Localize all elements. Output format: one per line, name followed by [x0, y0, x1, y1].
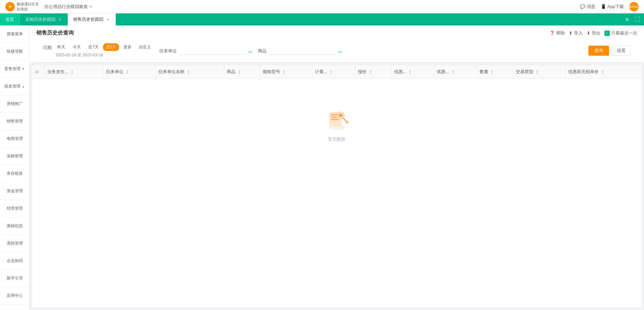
sidebar-item-sys-mgmt[interactable]: 系统管理 [0, 235, 29, 252]
th-trade-type[interactable]: 交易类型 ▲▼ [513, 65, 566, 79]
th-pretax-price[interactable]: 优惠前无税单价 ▲▼ [565, 65, 641, 79]
expand-button[interactable]: ⛶ [633, 15, 641, 24]
th-unit[interactable]: 计量... ▲▼ [312, 65, 355, 79]
counterpart-input[interactable] [179, 47, 247, 55]
help-button[interactable]: ❓ 帮助 [549, 30, 565, 36]
page-actions: ❓ 帮助 ⬆ 导入 ⬇ 导出 ✓ 只看最后一次 [549, 30, 637, 36]
date-btn-7days[interactable]: 近7天 [85, 43, 102, 51]
sidebar-item-ecommerce[interactable]: 电商管理 [0, 130, 29, 148]
content-area: 销售历史价查询 ❓ 帮助 ⬆ 导入 ⬇ 导出 ✓ [30, 25, 644, 310]
sort-icon: ▲▼ [330, 69, 333, 75]
date-filter-group: 日期 昨天 今天 近7天 近1月 更多 自定义 2023-02-18 至 202… [43, 43, 154, 58]
gear-icon[interactable]: ⚙ [35, 69, 39, 74]
tab-bar: 首页 采购历史价跟踪 ✕ 销售历史价跟踪 ✕ ✕ ⛶ [0, 13, 644, 25]
sidebar-item-purchase[interactable]: 采购管理 [0, 148, 29, 165]
sidebar-marketing-label: 营销推广 [7, 101, 23, 107]
th-quote[interactable]: 报价 ▲▼ [355, 65, 391, 79]
counterpart-dots[interactable]: ... [248, 48, 252, 54]
th-goods[interactable]: 商品 ▲▼ [224, 65, 260, 79]
empty-state: 暂无数据 [32, 79, 641, 169]
tab-purchase-history-close[interactable]: ✕ [58, 17, 62, 22]
sidebar-item-basic-info[interactable]: 基础信息 [0, 217, 29, 235]
tab-home-label: 首页 [5, 16, 14, 22]
sidebar-item-search-menu[interactable]: 搜索菜单 [0, 25, 29, 43]
sidebar-enterprise-collab-label: 企业协同 [7, 258, 23, 264]
th-biz-date[interactable]: 业务发生... ▲▼ [44, 65, 103, 79]
sidebar-app-center-label: 应用中心 [7, 293, 23, 299]
th-spec[interactable]: 规格型号 ▲▼ [260, 65, 312, 79]
counterpart-input-wrap: ... [179, 47, 252, 55]
user-menu[interactable]: demo2 [629, 2, 639, 11]
sidebar-search-menu-label: 搜索菜单 [7, 31, 23, 37]
settings-button[interactable]: 设置 [612, 46, 631, 56]
help-icon: ❓ [549, 31, 555, 36]
empty-icon [323, 105, 350, 132]
tab-sales-history[interactable]: 销售历史价跟踪 ✕ [68, 13, 116, 25]
sidebar-item-quick-nav[interactable]: 快捷导航 [0, 43, 29, 60]
sidebar-item-app-center[interactable]: 应用中心 [0, 287, 29, 305]
date-btn-yesterday[interactable]: 昨天 [54, 43, 68, 51]
chevron-down-icon: ▼ [22, 67, 25, 71]
export-icon: ⬇ [587, 31, 590, 36]
tab-home[interactable]: 首页 [0, 13, 20, 25]
tab-sales-history-close[interactable]: ✕ [106, 17, 110, 22]
export-button[interactable]: ⬇ 导出 [587, 30, 600, 36]
svg-rect-4 [331, 119, 339, 120]
app-download-button[interactable]: 📱 App下载 [601, 4, 624, 10]
sidebar-item-finance[interactable]: 资金管理 [0, 183, 29, 200]
sidebar-item-retail-mgmt[interactable]: 零售管理 ▼ [0, 60, 29, 78]
date-btn-today[interactable]: 今天 [70, 43, 84, 51]
sidebar-item-new-guide[interactable]: 新手引导 [0, 270, 29, 287]
sidebar-quick-nav-label: 快捷导航 [7, 49, 23, 54]
sidebar-item-operations[interactable]: 经营管理 [0, 200, 29, 217]
import-button[interactable]: ⬆ 导入 [569, 30, 583, 36]
sidebar-sys-mgmt-label: 系统管理 [7, 241, 23, 246]
sidebar-item-wholesale-mgmt[interactable]: 批发管理 ▲ [0, 78, 29, 95]
sort-icon: ▲▼ [409, 69, 412, 75]
avatar: demo2 [629, 2, 639, 11]
goods-input-wrap: ... [269, 47, 342, 55]
sidebar: 搜索菜单 快捷导航 零售管理 ▼ 批发管理 ▲ 营销推广 销售管理 电商管理 采… [0, 25, 30, 310]
sort-icon: ▲▼ [238, 69, 240, 75]
page-title: 销售历史价查询 [36, 30, 74, 37]
sidebar-sales-mgmt-label: 销售管理 [7, 118, 23, 124]
message-button[interactable]: 💬 消息 [580, 4, 595, 10]
sidebar-operations-label: 经营管理 [7, 206, 23, 211]
date-btn-custom[interactable]: 自定义 [136, 43, 154, 51]
query-button[interactable]: 查询 [588, 46, 609, 56]
main-layout: 搜索菜单 快捷导航 零售管理 ▼ 批发管理 ▲ 营销推广 销售管理 电商管理 采… [0, 25, 644, 310]
th-counterpart-name[interactable]: 往来单位名称 ▲▼ [155, 65, 224, 79]
sidebar-item-enterprise-collab[interactable]: 企业协同 [0, 252, 29, 270]
sidebar-item-sales-mgmt[interactable]: 销售管理 [0, 113, 29, 130]
sidebar-item-inventory[interactable]: 库存核算 [0, 165, 29, 183]
date-btn-more[interactable]: 更多 [120, 43, 135, 51]
sort-icon: ▲▼ [126, 69, 129, 75]
workspace-selector[interactable]: 办公用品行业模拟账套 ▼ [42, 2, 95, 11]
table-body: 暂无数据 [32, 79, 641, 169]
empty-text: 暂无数据 [328, 136, 345, 142]
sidebar-ecommerce-label: 电商管理 [7, 136, 23, 142]
export-label: 导出 [592, 30, 600, 36]
sidebar-item-enterprise-wechat[interactable]: 企业微信 [0, 305, 29, 310]
th-counterpart-code[interactable]: 往来单位 ▲▼ [103, 65, 156, 79]
top-header: ✦ 畅捷通好生意 标准版 办公用品行业模拟账套 ▼ 💬 消息 📱 App下载 d… [0, 0, 644, 13]
only-last-checkbox[interactable]: ✓ 只看最后一次 [604, 30, 637, 36]
chevron-down-icon: ▼ [89, 5, 93, 8]
close-all-tabs-button[interactable]: ✕ [624, 15, 631, 24]
table-header-row: ⚙ 业务发生... ▲▼ 往来单位 ▲▼ 往来单位名称 ▲▼ [32, 65, 641, 79]
page-title-row: 销售历史价查询 ❓ 帮助 ⬆ 导入 ⬇ 导出 ✓ [36, 30, 637, 37]
th-gear: ⚙ [32, 65, 44, 79]
sort-icon: ▲▼ [71, 69, 73, 75]
sort-icon: ▲▼ [187, 69, 190, 75]
logo-area: ✦ 畅捷通好生意 标准版 [5, 2, 39, 11]
tab-purchase-history[interactable]: 采购历史价跟踪 ✕ [20, 13, 68, 25]
date-btn-1month[interactable]: 近1月 [103, 43, 119, 51]
goods-input[interactable] [269, 47, 336, 55]
th-discount2[interactable]: 优惠... ▲▼ [434, 65, 477, 79]
th-qty[interactable]: 数量 ▲▼ [477, 65, 513, 79]
app-icon: 📱 [601, 4, 606, 9]
goods-filter-group: 商品 ... [258, 47, 342, 55]
sidebar-item-marketing[interactable]: 营销推广 [0, 95, 29, 113]
th-discount1[interactable]: 优惠... ▲▼ [391, 65, 434, 79]
goods-dots[interactable]: ... [338, 48, 342, 54]
